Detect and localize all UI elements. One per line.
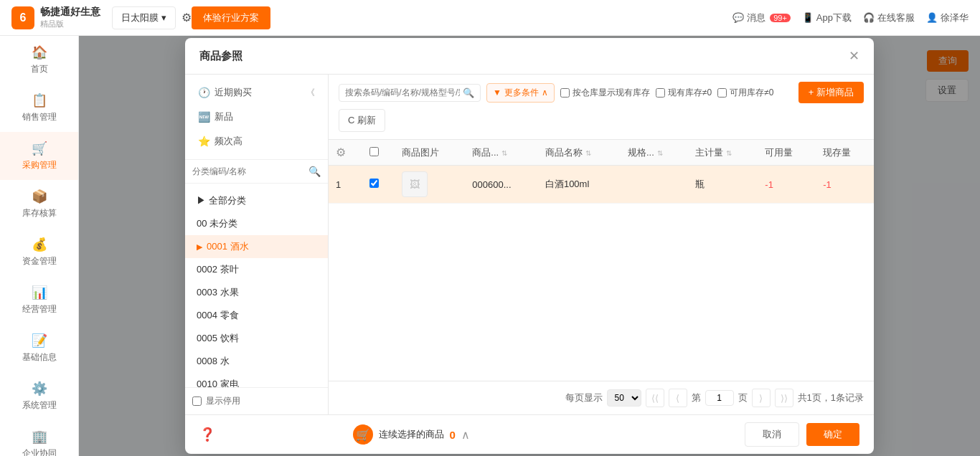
cat-0003-label: 0003 水果 xyxy=(197,286,239,299)
sidebar-item-operation[interactable]: 📊 经营管理 xyxy=(0,276,78,324)
sidebar-item-sales[interactable]: 📋 销售管理 xyxy=(0,84,78,132)
show-disabled-checkbox[interactable] xyxy=(192,396,202,406)
sidebar-item-enterprise[interactable]: 🏢 企业协同 xyxy=(0,420,78,456)
user-item[interactable]: 👤 徐泽华 xyxy=(926,11,969,24)
sidebar-label-purchase: 采购管理 xyxy=(22,159,57,171)
sidebar-item-inventory[interactable]: 📦 库存核算 xyxy=(0,180,78,228)
right-panel: 🔍 ▼ 更多条件 ∧ 按仓库显示现有库存 xyxy=(329,75,874,414)
category-0001[interactable]: ▶ 0001 酒水 xyxy=(185,235,328,258)
message-badge: 99+ xyxy=(770,14,791,22)
search-icon[interactable]: 🔍 xyxy=(308,166,321,177)
main-search-icon[interactable]: 🔍 xyxy=(463,87,474,98)
chevron-up-icon: ∧ xyxy=(542,87,548,98)
prev-page-btn[interactable]: ⟨ xyxy=(669,389,687,407)
left-panel-recent[interactable]: 🕐 近期购买 《 xyxy=(192,82,321,103)
col-available[interactable]: 可用量 xyxy=(758,140,816,166)
app-download-item[interactable]: 📱 App下载 xyxy=(802,11,852,24)
col-name[interactable]: 商品名称⇅ xyxy=(538,140,621,166)
help-icon[interactable]: ❓ xyxy=(199,427,215,442)
username-label: 徐泽华 xyxy=(941,11,969,24)
col-unit[interactable]: 主计量⇅ xyxy=(688,140,758,166)
main-search-box: 🔍 xyxy=(339,84,481,102)
sidebar-item-finance[interactable]: 💰 资金管理 xyxy=(0,228,78,276)
left-panel-top: 🕐 近期购买 《 🆕 新品 ⭐ 频次高 xyxy=(185,75,328,160)
next-page-btn[interactable]: ⟩ xyxy=(752,389,771,407)
col-code[interactable]: 商品...⇅ xyxy=(465,140,538,166)
category-search-box: 🔍 xyxy=(185,160,328,184)
close-icon[interactable]: ✕ xyxy=(849,48,859,64)
checkbox-available-nonzero[interactable]: 可用库存≠0 xyxy=(717,87,773,99)
logo-area: 6 畅捷通好生意 精品版 xyxy=(11,6,100,29)
chevron-down-icon: ▾ xyxy=(161,12,166,23)
row-checkbox[interactable] xyxy=(369,179,379,188)
category-0004[interactable]: 0004 零食 xyxy=(185,304,328,327)
modal-footer: ❓ 🛒 连续选择的商品 0 ∧ 取消 确定 xyxy=(185,414,874,454)
category-0003[interactable]: 0003 水果 xyxy=(185,281,328,304)
refresh-btn[interactable]: C 刷新 xyxy=(339,109,385,132)
cat-0001-label: 0001 酒水 xyxy=(207,240,249,253)
cancel-btn[interactable]: 取消 xyxy=(745,422,799,447)
cell-image: 🖼 xyxy=(395,166,466,204)
sidebar-label-basic: 基础信息 xyxy=(22,351,57,364)
sidebar: 🏠 首页 📋 销售管理 🛒 采购管理 📦 库存核算 💰 资金管理 📊 经营管理 … xyxy=(0,36,79,456)
table-row[interactable]: 1 🖼 000600... 白酒100ml 瓶 xyxy=(329,166,874,204)
per-page-select[interactable]: 50 xyxy=(607,389,641,407)
recent-label: 近期购买 xyxy=(215,86,252,99)
cell-index: 1 xyxy=(329,166,362,204)
clock-icon: 🕐 xyxy=(198,87,210,98)
category-search-input[interactable] xyxy=(192,166,304,176)
sidebar-item-home[interactable]: 🏠 首页 xyxy=(0,36,78,84)
filter-btn[interactable]: ▼ 更多条件 ∧ xyxy=(486,83,555,103)
operation-icon: 📊 xyxy=(32,285,47,300)
category-all[interactable]: ▶ 全部分类 xyxy=(185,189,328,212)
sidebar-label-inventory: 库存核算 xyxy=(22,207,57,219)
message-label: 消息 xyxy=(747,11,765,24)
product-thumbnail: 🖼 xyxy=(402,171,428,197)
category-00[interactable]: 00 未分类 xyxy=(185,212,328,235)
confirm-btn[interactable]: 确定 xyxy=(806,423,859,446)
category-0010[interactable]: 0010 家电 xyxy=(185,373,328,387)
main-search-input[interactable] xyxy=(345,87,460,98)
edition-label: 精品版 xyxy=(40,19,100,29)
first-page-btn[interactable]: ⟨⟨ xyxy=(646,389,664,407)
finance-icon: 💰 xyxy=(32,237,47,252)
nav-dropdown[interactable]: 日太阳膜 ▾ xyxy=(112,6,176,29)
modal-overlay: 商品参照 ✕ 🕐 近期购买 《 � xyxy=(79,36,980,456)
checkbox-warehouse[interactable]: 按仓库显示现有库存 xyxy=(560,87,650,99)
last-page-btn[interactable]: ⟩⟩ xyxy=(775,389,793,407)
checkbox-stock-nonzero[interactable]: 现有库存≠0 xyxy=(656,87,712,99)
select-all-checkbox[interactable] xyxy=(369,147,379,156)
available-nonzero-checkbox[interactable] xyxy=(717,88,727,98)
category-0008[interactable]: 0008 水 xyxy=(185,350,328,373)
message-item[interactable]: 💬 消息 99+ xyxy=(732,11,791,24)
col-stock[interactable]: 现存量 xyxy=(816,140,874,166)
cat-00-label: 00 未分类 xyxy=(197,217,237,230)
collapse-btn[interactable]: 《 xyxy=(306,87,315,99)
exp-btn[interactable]: 体验行业方案 xyxy=(192,6,270,29)
add-product-btn[interactable]: + 新增商品 xyxy=(798,82,864,103)
cell-unit: 瓶 xyxy=(688,166,758,204)
gear-icon[interactable]: ⚙ xyxy=(182,11,192,24)
left-panel-frequent[interactable]: ⭐ 频次高 xyxy=(192,130,321,152)
main-content: 查询 设置 商品参照 ✕ 🕐 近期购买 xyxy=(79,36,980,456)
sales-icon: 📋 xyxy=(32,92,47,108)
cell-checkbox xyxy=(362,166,395,204)
category-0002[interactable]: 0002 茶叶 xyxy=(185,258,328,281)
online-service-item[interactable]: 🎧 在线客服 xyxy=(863,11,915,24)
sidebar-item-purchase[interactable]: 🛒 采购管理 xyxy=(0,132,78,180)
sidebar-item-system[interactable]: ⚙️ 系统管理 xyxy=(0,372,78,420)
collapse-cart-icon[interactable]: ∧ xyxy=(461,428,470,442)
toolbar: 🔍 ▼ 更多条件 ∧ 按仓库显示现有库存 xyxy=(329,75,874,140)
left-panel-new[interactable]: 🆕 新品 xyxy=(192,106,321,128)
cart-icon[interactable]: 🛒 xyxy=(353,424,373,445)
cart-label: 连续选择的商品 xyxy=(379,428,444,441)
category-0005[interactable]: 0005 饮料 xyxy=(185,327,328,350)
stock-nonzero-checkbox[interactable] xyxy=(656,88,665,98)
sidebar-item-basic[interactable]: 📝 基础信息 xyxy=(0,324,78,372)
app-label: App下载 xyxy=(816,11,852,24)
warehouse-checkbox[interactable] xyxy=(560,88,570,98)
col-spec[interactable]: 规格...⇅ xyxy=(621,140,688,166)
system-icon: ⚙️ xyxy=(32,381,47,396)
col-settings[interactable]: ⚙ xyxy=(329,140,362,166)
page-input[interactable] xyxy=(705,390,734,406)
